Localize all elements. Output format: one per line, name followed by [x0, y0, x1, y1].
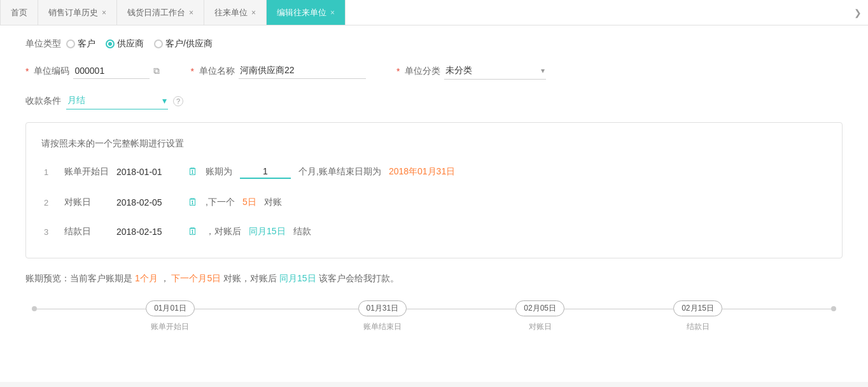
chevron-right-icon: ❯ [854, 8, 862, 18]
close-tab-cashier[interactable]: × [189, 8, 193, 17]
timeline-line-3 [407, 309, 515, 309]
tab-bar: 首页 销售订单历史 × 钱货日清工作台 × 往来单位 × 编辑往来单位 × ❯ [0, 0, 868, 25]
unit-type-label: 单位类型 [25, 38, 61, 50]
timeline-node-3: 02月05日 对账日 [515, 300, 564, 332]
timeline-label-1: 账单开始日 [151, 321, 189, 332]
radio-circle-both [154, 39, 163, 48]
timeline-line-1 [37, 309, 146, 309]
radio-supplier[interactable]: 供应商 [106, 38, 144, 50]
calendar-icon-2[interactable]: 🗓 [188, 197, 198, 208]
tab-sales-history[interactable]: 销售订单历史 × [38, 0, 117, 25]
unit-category-label: 单位分类 [405, 66, 440, 77]
timeline-badge-3: 02月05日 [515, 300, 564, 316]
period-row2-prefix: ,下一个 [206, 197, 235, 208]
tab-edit-partner[interactable]: 编辑往来单位 × [267, 0, 346, 25]
period-label-2: 对账日 [64, 197, 109, 208]
tab-home[interactable]: 首页 [0, 0, 38, 25]
period-label-1: 账单开始日 [64, 166, 109, 178]
period-row-2: 2 对账日 2018-02-05 🗓 ,下一个 5日 对账 [41, 197, 827, 208]
help-icon[interactable]: ? [173, 96, 183, 106]
timeline-end-dot [831, 306, 836, 311]
unit-name-group: * 单位名称 [190, 63, 365, 79]
preview-part1: 1个月 [135, 273, 158, 283]
payment-select[interactable]: 月结 ▾ [66, 92, 168, 109]
close-tab-sales-history[interactable]: × [102, 8, 106, 17]
period-desc-suffix-1: 个月,账单结束日期为 [298, 166, 381, 178]
required-star-code: * [25, 66, 29, 76]
period-num-3: 3 [44, 227, 57, 237]
period-label-3: 结款日 [64, 226, 109, 237]
close-tab-partners[interactable]: × [251, 8, 256, 17]
unit-type-radio-group: 客户 供应商 客户/供应商 [66, 38, 213, 50]
tab-more-button[interactable]: ❯ [848, 0, 868, 25]
preview-part3: 同月15日 [279, 273, 316, 283]
timeline-line-5 [722, 309, 831, 309]
chevron-down-icon: ▾ [541, 66, 545, 75]
preview-text: 账期预览：当前客户账期是 1个月 ， 下一个月5日 对账，对账后 同月15日 该… [25, 271, 843, 285]
main-content: 单位类型 客户 供应商 客户/供应商 * 单位编码 ⧉ * 单位名称 [0, 25, 868, 382]
unit-category-value: 未分类 [445, 65, 472, 76]
unit-fields-row: * 单位编码 ⧉ * 单位名称 * 单位分类 未分类 ▾ [25, 62, 843, 80]
radio-circle-supplier [106, 39, 115, 48]
timeline-label-2: 账单结束日 [363, 321, 402, 332]
period-date-1: 2018-01-01 [116, 167, 180, 177]
period-end-date-highlight: 2018年01月31日 [389, 166, 455, 178]
period-row3-suffix: 结款 [293, 226, 311, 237]
timeline-line-4 [564, 309, 673, 309]
timeline-badge-1: 01月01日 [146, 300, 195, 316]
tab-cashier[interactable]: 钱货日清工作台 × [117, 0, 204, 25]
timeline-node-1: 01月01日 账单开始日 [146, 300, 195, 332]
period-date-2: 2018-02-05 [116, 197, 180, 208]
period-num-1: 1 [44, 167, 57, 177]
period-months-input[interactable] [240, 165, 291, 179]
timeline-label-3: 对账日 [529, 321, 552, 332]
radio-circle-customer [66, 39, 75, 48]
unit-code-input[interactable] [73, 63, 150, 79]
payment-value: 月结 [67, 95, 85, 106]
unit-code-label: 单位编码 [34, 66, 69, 77]
period-row3-highlight: 同月15日 [249, 226, 286, 237]
period-row-1: 1 账单开始日 2018-01-01 🗓 账期为 个月,账单结束日期为 2018… [41, 165, 827, 179]
copy-icon[interactable]: ⧉ [153, 66, 160, 76]
period-row2-highlight: 5日 [242, 197, 256, 208]
timeline-node-4: 02月15日 结款日 [673, 300, 722, 332]
period-row-3: 3 结款日 2018-02-15 🗓 ，对账后 同月15日 结款 [41, 226, 827, 237]
payment-row: 收款条件 月结 ▾ ? [25, 92, 843, 109]
timeline-node-2: 01月31日 账单结束日 [358, 300, 407, 332]
info-box: 请按照未来的一个完整帐期进行设置 1 账单开始日 2018-01-01 🗓 账期… [25, 122, 843, 258]
unit-category-select[interactable]: 未分类 ▾ [444, 62, 546, 80]
timeline-badge-2: 01月31日 [358, 300, 407, 316]
timeline-container: 01月01日 账单开始日 01月31日 账单结束日 02月05日 对账日 02月… [25, 300, 843, 332]
unit-name-input[interactable] [239, 63, 366, 79]
period-date-3: 2018-02-15 [116, 227, 180, 237]
radio-customer[interactable]: 客户 [66, 38, 95, 50]
preview-sep3: 该客户会给我打款。 [319, 273, 399, 283]
preview-sep1: ， [160, 273, 169, 283]
period-row2-suffix: 对账 [264, 197, 282, 208]
timeline-start-dot [32, 306, 37, 311]
period-row3-prefix: ，对账后 [206, 226, 241, 237]
unit-name-label: 单位名称 [199, 66, 235, 77]
required-star-category: * [396, 66, 400, 76]
payment-chevron-icon: ▾ [162, 95, 167, 106]
unit-category-group: * 单位分类 未分类 ▾ [396, 62, 546, 80]
preview-sep2: 对账，对账后 [223, 273, 277, 283]
timeline-label-4: 结款日 [687, 321, 710, 332]
unit-type-row: 单位类型 客户 供应商 客户/供应商 [25, 38, 843, 50]
required-star-name: * [190, 66, 193, 76]
radio-both[interactable]: 客户/供应商 [154, 38, 213, 50]
unit-code-group: * 单位编码 ⧉ [25, 63, 160, 79]
payment-label: 收款条件 [25, 95, 61, 107]
period-num-2: 2 [44, 198, 57, 208]
calendar-icon-1[interactable]: 🗓 [188, 166, 198, 178]
tab-partners[interactable]: 往来单位 × [204, 0, 267, 25]
close-tab-edit-partner[interactable]: × [330, 8, 335, 17]
calendar-icon-3[interactable]: 🗓 [188, 226, 198, 237]
preview-label: 账期预览：当前客户账期是 [25, 273, 132, 283]
info-hint: 请按照未来的一个完整帐期进行设置 [41, 138, 827, 150]
period-desc-prefix-1: 账期为 [206, 166, 232, 178]
preview-part2: 下一个月5日 [171, 273, 221, 283]
timeline-line-2 [195, 309, 358, 309]
timeline-badge-4: 02月15日 [673, 300, 722, 316]
